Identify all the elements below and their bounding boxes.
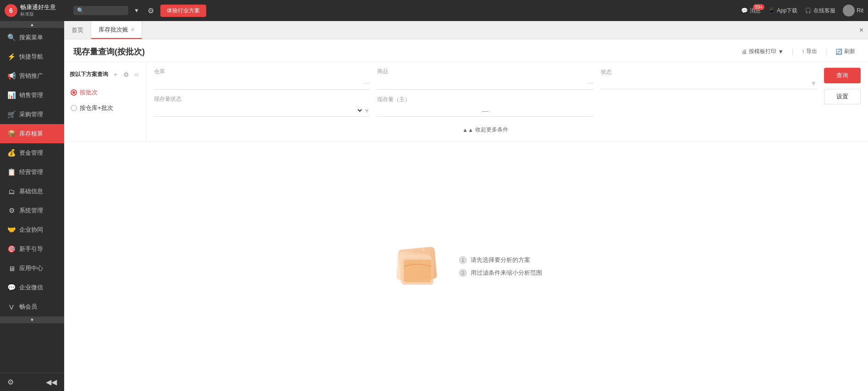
filter-add-button[interactable]: ＋ bbox=[111, 68, 120, 81]
filter-collapse-button[interactable]: « bbox=[132, 68, 141, 81]
sidebar-item-marketing[interactable]: 📢 营销推广 bbox=[0, 66, 64, 86]
header-right: 💬 消息 99+ 📱 App下载 🎧 在线客服 Rit bbox=[741, 5, 863, 16]
trial-button[interactable]: 体验行业方案 bbox=[160, 5, 206, 17]
filter-right: 仓库 ··· 商品 ··· bbox=[147, 62, 824, 141]
filter-sidebar: 按以下方案查询 ＋ ⚙ « 按批次 bbox=[64, 62, 147, 141]
filter-row-1: 仓库 ··· 商品 ··· bbox=[154, 68, 817, 90]
tab-home-label: 首页 bbox=[71, 26, 83, 34]
settings-button[interactable]: 设置 bbox=[824, 89, 861, 104]
empty-step-1-label: 请先选择要分析的方案 bbox=[471, 256, 530, 264]
svg-rect-2 bbox=[404, 260, 431, 282]
sidebar-item-system[interactable]: ⚙ 系统管理 bbox=[0, 201, 64, 220]
filter-row-2: 现存量状态 ▼ 现存量（主） bbox=[154, 95, 817, 117]
empty-svg bbox=[390, 239, 445, 294]
query-button[interactable]: 查询 bbox=[824, 68, 861, 83]
print-template-button[interactable]: 🖨 按模板打印 ▼ bbox=[738, 46, 787, 57]
logo-icon: 6 bbox=[5, 4, 17, 17]
filter-plan-by-warehouse-batch[interactable]: 按仓库+批次 bbox=[64, 100, 146, 116]
collapse-more-button[interactable]: ▲▲ 收起更多条件 bbox=[154, 122, 817, 136]
logo-area: 6 畅康通好生意 标准版 bbox=[5, 4, 69, 17]
system-icon: ⚙ bbox=[7, 206, 16, 215]
filter-field-status: 状态 ▼ bbox=[601, 68, 817, 89]
sidebar-item-member[interactable]: V 畅会员 bbox=[0, 297, 64, 316]
nav-dropdown-button[interactable]: ▼ bbox=[132, 6, 141, 15]
user-profile-button[interactable]: Rit bbox=[843, 5, 863, 16]
sidebar-item-label: 应用中心 bbox=[19, 264, 43, 272]
product-input-wrapper: ··· bbox=[377, 77, 593, 90]
sidebar-bottom: ⚙ ◀◀ bbox=[0, 373, 64, 391]
inventory-status-select-wrapper: ▼ bbox=[154, 105, 370, 117]
inventory-qty-label: 现存量（主） bbox=[377, 96, 593, 103]
filter-gear-button[interactable]: ⚙ bbox=[122, 68, 131, 81]
inventory-status-chevron: ▼ bbox=[363, 107, 370, 114]
headset-icon: 🎧 bbox=[805, 7, 812, 14]
inventory-status-select[interactable] bbox=[154, 107, 363, 114]
newbie-icon: 🎯 bbox=[7, 245, 16, 253]
sidebar-collapse-icon[interactable]: ◀◀ bbox=[46, 378, 57, 386]
page-actions: 🖨 按模板打印 ▼ | ↑ 导出 | 🔄 刷新 bbox=[738, 46, 859, 57]
btn-column: 查询 设置 bbox=[824, 62, 868, 141]
tab-close-icon[interactable]: × bbox=[131, 27, 134, 33]
purchase-icon: 🛒 bbox=[7, 110, 16, 119]
header-nav-area: 🔍 ▼ ⚙ 体验行业方案 bbox=[69, 5, 741, 17]
status-chevron-icon[interactable]: ▼ bbox=[810, 80, 817, 87]
app-download-button[interactable]: 📱 App下载 bbox=[768, 7, 797, 15]
step-num-2: 2 bbox=[459, 269, 467, 277]
sidebar-item-enterprise[interactable]: 🤝 企业协同 bbox=[0, 220, 64, 239]
refresh-icon: 🔄 bbox=[835, 49, 842, 55]
sidebar-item-label: 畅会员 bbox=[19, 303, 37, 311]
sidebar-item-label: 营销推广 bbox=[19, 72, 43, 80]
status-input[interactable] bbox=[601, 80, 808, 87]
message-icon: 💬 bbox=[741, 7, 748, 14]
avatar bbox=[843, 5, 855, 16]
warehouse-more-icon[interactable]: ··· bbox=[364, 79, 370, 87]
sidebar-item-sales[interactable]: 📊 销售管理 bbox=[0, 86, 64, 105]
sidebar-item-wechat[interactable]: 💬 企业微信 bbox=[0, 278, 64, 297]
sidebar-scroll-up[interactable]: ▲ bbox=[0, 21, 64, 28]
plan-radio-empty bbox=[71, 105, 77, 111]
sidebar-scroll-down[interactable]: ▼ bbox=[0, 316, 64, 323]
tab-close-button[interactable]: × bbox=[855, 26, 868, 34]
sidebar-item-finance[interactable]: 💰 资金管理 bbox=[0, 143, 64, 163]
sidebar-item-operations[interactable]: 📋 经营管理 bbox=[0, 163, 64, 182]
sidebar-item-label: 经营管理 bbox=[19, 168, 43, 176]
app-download-label: App下载 bbox=[777, 7, 797, 15]
sidebar-item-inventory[interactable]: 📦 库存核算 bbox=[0, 124, 64, 143]
page-title: 现存量查询(按批次) bbox=[73, 46, 145, 57]
product-more-icon[interactable]: ··· bbox=[587, 79, 593, 87]
sidebar-item-app-center[interactable]: 🖥 应用中心 bbox=[0, 259, 64, 278]
app-download-icon: 📱 bbox=[768, 7, 775, 14]
sidebar-item-label: 资金管理 bbox=[19, 149, 43, 157]
sidebar-item-label: 企业协同 bbox=[19, 226, 43, 234]
enterprise-icon: 🤝 bbox=[7, 226, 16, 234]
empty-text: 1 请先选择要分析的方案 2 用过滤条件来缩小分析范围 bbox=[459, 256, 542, 277]
message-badge: 99+ bbox=[753, 4, 764, 10]
sidebar: ▲ 🔍 搜索菜单 ⚡ 快捷导航 📢 营销推广 📊 销售管理 🛒 采购管理 📦 库… bbox=[0, 21, 64, 391]
filter-plan-by-batch[interactable]: 按批次 bbox=[64, 85, 146, 100]
product-input[interactable] bbox=[377, 80, 585, 87]
refresh-button[interactable]: 🔄 刷新 bbox=[832, 46, 859, 57]
export-button[interactable]: ↑ 导出 bbox=[798, 46, 821, 57]
online-service-button[interactable]: 🎧 在线客服 bbox=[805, 7, 835, 15]
logo-text-group: 畅康通好生意 标准版 bbox=[20, 4, 56, 17]
inventory-qty-from[interactable] bbox=[377, 107, 480, 114]
sidebar-item-purchase[interactable]: 🛒 采购管理 bbox=[0, 105, 64, 124]
sidebar-item-quick-nav[interactable]: ⚡ 快捷导航 bbox=[0, 47, 64, 66]
message-button[interactable]: 💬 消息 99+ bbox=[741, 7, 761, 15]
sidebar-item-base-info[interactable]: 🗂 基础信息 bbox=[0, 182, 64, 201]
sidebar-settings-icon[interactable]: ⚙ bbox=[7, 378, 14, 386]
settings-icon-button[interactable]: ⚙ bbox=[145, 5, 157, 16]
plan-radio-inner bbox=[72, 91, 75, 94]
header-search-bar[interactable]: 🔍 bbox=[73, 6, 128, 15]
warehouse-label: 仓库 bbox=[154, 68, 370, 76]
filter-sidebar-header: 按以下方案查询 ＋ ⚙ « bbox=[64, 68, 146, 85]
tab-bar: 首页 库存批次账 × × bbox=[64, 21, 868, 39]
inventory-qty-to[interactable] bbox=[490, 107, 593, 114]
sidebar-item-search[interactable]: 🔍 搜索菜单 bbox=[0, 28, 64, 47]
collapse-up-icon: ▲▲ bbox=[462, 127, 473, 133]
username-label: Rit bbox=[857, 7, 863, 14]
sidebar-item-newbie[interactable]: 🎯 新手引导 bbox=[0, 239, 64, 259]
warehouse-input[interactable] bbox=[154, 80, 362, 87]
tab-inventory-batch[interactable]: 库存批次账 × bbox=[91, 21, 142, 39]
tab-home[interactable]: 首页 bbox=[64, 21, 91, 39]
